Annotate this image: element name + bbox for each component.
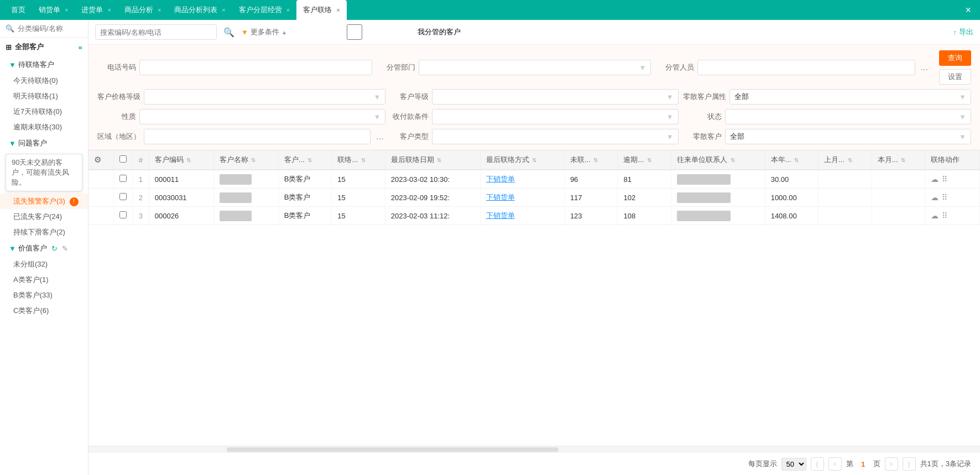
name-column-header[interactable]: 客户名称 ⇅: [213, 150, 278, 170]
sidebar-item-class-c[interactable]: C类客户(6): [0, 303, 88, 319]
query-button[interactable]: 查询: [939, 50, 971, 66]
manager-select[interactable]: [697, 60, 915, 75]
sidebar-item-class-a[interactable]: A类客户(1): [0, 272, 88, 288]
department-select[interactable]: ▼: [419, 60, 651, 75]
more-action-icon[interactable]: ⠿: [942, 175, 947, 184]
tab-sales[interactable]: 销货单 ×: [32, 0, 75, 20]
zero-attr-select[interactable]: 全部 ▼: [729, 89, 971, 105]
group-problem-customers[interactable]: ▼ 问题客户: [0, 135, 88, 152]
row-last-contact-method[interactable]: 下销货单: [480, 170, 564, 189]
level-column-header[interactable]: 客户... ⇅: [278, 150, 332, 170]
contact-action-icon[interactable]: ☁: [931, 193, 939, 202]
code-column-header[interactable]: 客户编码 ⇅: [149, 150, 213, 170]
row-name[interactable]: ██: [213, 189, 278, 207]
sidebar-search-input[interactable]: [18, 24, 82, 33]
this-year-column-header[interactable]: 本年... ⇅: [765, 150, 819, 170]
settings-gear-icon[interactable]: ⚙: [94, 155, 101, 164]
sidebar-item-churned[interactable]: 已流失客户(24): [0, 209, 88, 225]
all-customers-header[interactable]: ⊞ 全部客户 «: [0, 38, 88, 56]
last-month-column-header[interactable]: 上月... ⇅: [819, 150, 872, 170]
payment-select[interactable]: ▼: [432, 109, 678, 124]
refresh-icon[interactable]: ↻: [51, 244, 58, 253]
contact-column-header[interactable]: 联络... ⇅: [332, 150, 385, 170]
sidebar-search-area: 🔍: [0, 20, 88, 38]
collapse-icon[interactable]: «: [79, 43, 82, 51]
zero-retail-select[interactable]: 全部 ▼: [725, 129, 971, 144]
my-customers-checkbox-label[interactable]: 我分管的客户: [294, 24, 461, 40]
row-name[interactable]: ██: [213, 207, 278, 225]
more-action-icon[interactable]: ⠿: [942, 193, 947, 202]
overdue-column-header[interactable]: 逾期... ⇅: [618, 150, 671, 170]
phone-input[interactable]: [139, 60, 372, 75]
region-more-button[interactable]: ...: [374, 132, 385, 142]
sidebar-item-ungrouped[interactable]: 未分组(32): [0, 257, 88, 272]
filter-gender: 性质 ▼: [97, 109, 385, 124]
pending-contact-items: 今天待联络(0) 明天待联络(1) 近7天待联络(0) 逾期未联络(30): [0, 73, 88, 135]
more-action-icon[interactable]: ⠿: [942, 211, 947, 220]
first-page-icon: ⟨: [816, 460, 819, 468]
sidebar-item-overdue[interactable]: 逾期未联络(30): [0, 119, 88, 135]
filter-row-3: 性质 ▼ 收付款条件 ▼ 状态: [97, 109, 971, 124]
close-icon[interactable]: ×: [107, 7, 111, 13]
scrollbar-thumb[interactable]: [227, 447, 559, 452]
contact-action-icon[interactable]: ☁: [931, 211, 939, 220]
row-last-contact-method[interactable]: 下销货单: [480, 207, 564, 225]
last-contact-date-column-header[interactable]: 最后联络日期 ⇅: [385, 150, 480, 170]
tab-product-analysis-list[interactable]: 商品分析列表 ×: [168, 0, 232, 20]
row-checkbox[interactable]: [119, 193, 127, 200]
group-value-customers[interactable]: ▼ 价值客户 ↻ ✎: [0, 240, 88, 257]
sidebar-item-churn-warning[interactable]: 流失预警客户(3) !: [0, 194, 88, 209]
manager-more-button[interactable]: ...: [919, 62, 930, 72]
unit-contact-column-header[interactable]: 往来单位联系人 ⇅: [671, 150, 765, 170]
tab-purchase[interactable]: 进货单 ×: [75, 0, 117, 20]
page-size-select[interactable]: 50: [781, 458, 806, 471]
tab-home[interactable]: 首页: [4, 0, 32, 20]
group-pending-contact[interactable]: ▼ 待联络客户: [0, 56, 88, 73]
close-icon[interactable]: ×: [286, 7, 290, 13]
search-button[interactable]: 🔍: [223, 27, 234, 38]
close-icon[interactable]: ×: [65, 7, 68, 13]
sidebar-item-7days[interactable]: 近7天待联络(0): [0, 104, 88, 119]
last-page-button[interactable]: ⟩: [903, 457, 916, 471]
row-checkbox[interactable]: [119, 211, 127, 218]
chevron-down-icon: ▼: [639, 64, 646, 72]
prev-page-button[interactable]: ＜: [828, 457, 842, 471]
sidebar-item-today[interactable]: 今天待联络(0): [0, 73, 88, 88]
more-conditions-button[interactable]: ▼ 更多条件 ▲: [241, 27, 287, 37]
close-icon[interactable]: ×: [158, 7, 161, 13]
close-icon[interactable]: ×: [222, 7, 225, 13]
close-icon[interactable]: ×: [336, 7, 340, 13]
edit-icon[interactable]: ✎: [62, 244, 68, 253]
select-all-checkbox[interactable]: [119, 155, 127, 163]
next-page-button[interactable]: ＞: [885, 457, 898, 471]
region-select[interactable]: [144, 129, 371, 144]
price-level-select[interactable]: ▼: [144, 89, 385, 105]
customer-table: ⚙ # 客户编码 ⇅ 客户名称 ⇅: [88, 150, 980, 225]
contact-action-icon[interactable]: ☁: [931, 175, 939, 184]
settings-button[interactable]: 设置: [939, 69, 971, 85]
settings-column-header[interactable]: ⚙: [88, 150, 113, 170]
gender-select[interactable]: ▼: [139, 109, 385, 124]
horizontal-scrollbar[interactable]: [88, 446, 980, 452]
first-page-button[interactable]: ⟨: [811, 457, 824, 471]
sidebar-item-class-b[interactable]: B类客户(33): [0, 288, 88, 303]
search-input[interactable]: [95, 24, 217, 40]
status-select[interactable]: ▼: [725, 109, 971, 124]
row-last-contact-method[interactable]: 下销货单: [480, 189, 564, 207]
tab-customer-segmentation[interactable]: 客户分层经营 ×: [232, 0, 296, 20]
customer-type-select[interactable]: ▼: [432, 129, 678, 144]
no-contact-column-header[interactable]: 未联... ⇅: [564, 150, 618, 170]
row-this-month: [872, 170, 925, 189]
tab-customer-contact[interactable]: 客户联络 ×: [296, 0, 346, 20]
this-month-column-header[interactable]: 本月... ⇅: [872, 150, 925, 170]
row-name[interactable]: ██: [213, 170, 278, 189]
window-close-button[interactable]: ×: [961, 4, 976, 16]
sidebar-item-tomorrow[interactable]: 明天待联络(1): [0, 88, 88, 104]
my-customers-checkbox[interactable]: [294, 24, 415, 40]
row-checkbox[interactable]: [119, 175, 127, 182]
last-contact-method-column-header[interactable]: 最后联络方式 ⇅: [480, 150, 564, 170]
customer-level-select[interactable]: ▼: [432, 89, 678, 105]
sidebar-item-declining[interactable]: 持续下滑客户(2): [0, 225, 88, 240]
tab-product-analysis[interactable]: 商品分析 ×: [118, 0, 168, 20]
export-button[interactable]: ↑ 导出: [953, 27, 974, 37]
